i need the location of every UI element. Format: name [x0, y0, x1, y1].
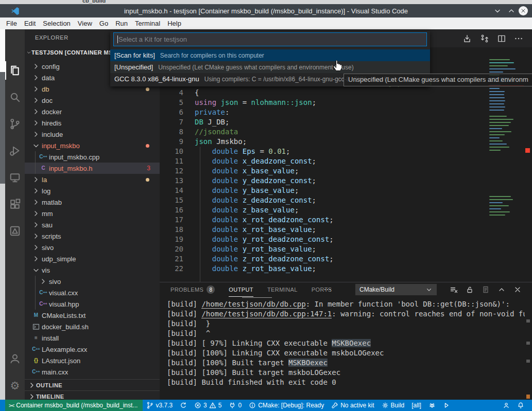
line-number[interactable]: 13	[160, 176, 183, 186]
panel-tab-terminal[interactable]: TERMINAL	[267, 283, 298, 297]
tree-folder-sivo[interactable]: sivo	[25, 242, 160, 253]
status-item-feedback[interactable]	[499, 400, 513, 411]
status-item-ports[interactable]: 0	[225, 400, 245, 411]
line-number[interactable]: 16	[160, 205, 183, 215]
tree-file-docker_build.sh[interactable]: docker_build.sh	[25, 321, 160, 332]
tree-folder-udp_simple[interactable]: udp_simple	[25, 253, 160, 264]
code-line[interactable]: 6private:	[160, 108, 532, 117]
status-item-build-target[interactable]: [all]	[408, 400, 425, 411]
code-line[interactable]: 18 double x_rot_base_value;	[160, 225, 532, 235]
menu-item-run[interactable]: Run	[112, 20, 131, 27]
remote-explorer-icon[interactable]	[9, 171, 21, 184]
menu-item-file[interactable]: File	[3, 20, 21, 27]
status-item-active-kit[interactable]: No active kit	[328, 400, 377, 411]
search-icon[interactable]	[9, 91, 21, 103]
more-panel-views-icon[interactable]	[323, 285, 332, 294]
quickpick-item[interactable]: [Scan for kits]Search for compilers on t…	[110, 49, 430, 61]
tree-folder-la[interactable]: la	[25, 174, 160, 185]
maximize-panel-icon[interactable]	[497, 285, 506, 294]
explorer-icon[interactable]	[9, 64, 21, 77]
tree-folder-include[interactable]: include	[25, 129, 160, 140]
line-number[interactable]: 17	[160, 215, 183, 225]
code-line[interactable]: 4{	[160, 88, 532, 98]
tree-folder-doc[interactable]: doc	[25, 95, 160, 106]
tree-folder-matlab[interactable]: matlab	[25, 196, 160, 208]
tree-folder-scripts[interactable]: scripts	[25, 230, 160, 242]
source-control-icon[interactable]	[9, 118, 21, 130]
code-line[interactable]: 22 double z_rot_base_value;	[160, 264, 532, 274]
menu-item-selection[interactable]: Selection	[39, 20, 74, 27]
status-item-sync[interactable]	[176, 400, 191, 411]
menu-item-edit[interactable]: Edit	[21, 20, 39, 27]
tree-file-visual.cxx[interactable]: C++visual.cxx	[25, 287, 160, 298]
run-and-debug-icon[interactable]	[9, 145, 21, 157]
tree-file-input_mskbo.h[interactable]: Cinput_mskbo.h3	[25, 163, 160, 174]
section-timeline[interactable]: TIMELINE	[25, 390, 160, 400]
code-line[interactable]: 16 double z_base_value;	[160, 205, 532, 215]
tree-file-visual.hpp[interactable]: C++visual.hpp	[25, 298, 160, 310]
tree-folder-log[interactable]: log	[25, 185, 160, 196]
output-channel-select[interactable]: CMake/Build	[355, 284, 437, 295]
line-number[interactable]: 6	[160, 108, 183, 117]
code-line[interactable]: 13 double y_deadzone_const;	[160, 176, 532, 186]
code-line[interactable]: 19 double y_rot_deadzone_const;	[160, 235, 532, 244]
tree-file-laexample.cxx[interactable]: C++LAexample.cxx	[25, 344, 160, 355]
line-number[interactable]: 10	[160, 147, 183, 156]
line-number[interactable]: 21	[160, 254, 183, 264]
status-item-problems[interactable]: 35	[191, 400, 225, 411]
code-line[interactable]: 10 double Eps = 0.01;	[160, 147, 532, 156]
tree-file-cmakelists.txt[interactable]: MCMakeLists.txt	[25, 310, 160, 321]
clear-output-icon[interactable]	[450, 285, 458, 294]
status-item-build[interactable]: Build	[378, 400, 408, 411]
minimize-icon[interactable]	[493, 7, 502, 15]
section-outline[interactable]: OUTLINE	[25, 379, 160, 390]
line-number[interactable]: 15	[160, 195, 183, 205]
close-icon[interactable]	[519, 6, 528, 15]
code-line[interactable]: 5using json = nlohmann::json;	[160, 98, 532, 108]
split-editor-icon[interactable]	[497, 34, 506, 43]
status-item-notifications[interactable]	[513, 400, 528, 411]
line-number[interactable]: 22	[160, 264, 183, 274]
more-actions-icon[interactable]	[514, 34, 523, 43]
panel-tab-problems[interactable]: PROBLEMS8	[170, 283, 215, 297]
open-output-file-icon[interactable]	[482, 285, 490, 294]
code-line[interactable]: 12 double x_base_value;	[160, 166, 532, 176]
tree-folder-hiredis[interactable]: hiredis	[25, 117, 160, 129]
code-line[interactable]: 9json Jmskbo;	[160, 137, 532, 147]
line-number[interactable]: 18	[160, 225, 183, 235]
tree-file-install[interactable]: ≡install	[25, 332, 160, 344]
close-panel-icon[interactable]	[513, 285, 522, 294]
line-number[interactable]: 4	[160, 88, 183, 98]
quickpick-input[interactable]: Select a Kit for testjson	[113, 32, 427, 46]
cmake-tools-icon[interactable]	[9, 225, 21, 237]
output-file-link[interactable]: /home/testjson/db/db.cpp:147:1	[201, 310, 332, 318]
compare-changes-icon[interactable]	[480, 34, 489, 43]
menu-item-help[interactable]: Help	[164, 20, 185, 27]
tree-file-lastruct.json[interactable]: {}LAstruct.json	[25, 355, 160, 366]
code-line[interactable]: 15 double z_deadzone_const;	[160, 195, 532, 205]
tree-folder-vis[interactable]: vis	[25, 264, 160, 276]
line-number[interactable]: 20	[160, 244, 183, 254]
output-file-link[interactable]: /home/testjson/db/db.cpp	[201, 300, 305, 309]
remote-indicator[interactable]: >< Container mskbo_build (/mskbo_build_i…	[5, 400, 143, 411]
line-number[interactable]: 11	[160, 156, 183, 166]
line-number[interactable]: 19	[160, 235, 183, 244]
panel-tab-output[interactable]: OUTPUT	[229, 283, 253, 297]
code-line[interactable]: 17 double x_rot_deadzone_const;	[160, 215, 532, 225]
status-item-debug[interactable]	[425, 400, 439, 411]
menu-item-go[interactable]: Go	[96, 20, 112, 27]
code-line[interactable]: 7DB J_DB;	[160, 117, 532, 127]
maximize-icon[interactable]	[507, 7, 516, 15]
code-line[interactable]: 8//jsondata	[160, 127, 532, 137]
quickpick-item[interactable]: [Unspecified]Unspecified (Let CMake gues…	[110, 61, 430, 73]
unlock-icon[interactable]	[466, 285, 474, 294]
code-line[interactable]: 21 double z_rot_deadzone_const;	[160, 254, 532, 264]
menu-item-terminal[interactable]: Terminal	[131, 20, 164, 27]
line-number[interactable]: 8	[160, 127, 183, 137]
manage-gear-icon[interactable]: ⚙	[9, 380, 21, 392]
tree-folder-docker[interactable]: docker	[25, 106, 160, 117]
line-number[interactable]: 7	[160, 117, 183, 127]
code-line[interactable]: 11 double x_deadzone_const;	[160, 156, 532, 166]
code-line[interactable]: 14 double y_base_value;	[160, 186, 532, 195]
line-number[interactable]: 5	[160, 98, 183, 108]
